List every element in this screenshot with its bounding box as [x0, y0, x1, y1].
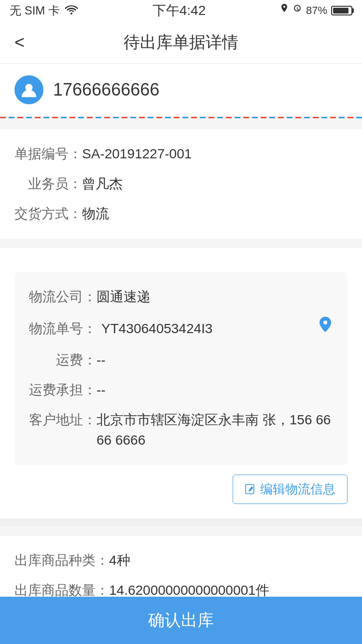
freight-value: -- — [97, 350, 333, 370]
basic-info-section: 单据编号： SA-20191227-001 业务员： 曾凡杰 交货方式： 物流 — [0, 129, 362, 238]
order-no-label: 单据编号： — [14, 144, 82, 164]
freight-bearer-row: 运费承担： -- — [29, 380, 333, 400]
freight-label: 运费： — [29, 350, 97, 370]
goods-type-label: 出库商品种类： — [14, 550, 109, 571]
goods-type-row: 出库商品种类： 4种 — [14, 550, 348, 571]
wifi-icon — [65, 4, 78, 17]
time-text: 下午4:42 — [153, 1, 206, 20]
section-divider — [0, 518, 362, 526]
customer-header: 17666666666 — [0, 64, 362, 116]
logistics-company-row: 物流公司： 圆通速递 — [29, 287, 333, 307]
page-title: 待出库单据详情 — [124, 31, 238, 54]
edit-logistics-button-container: 编辑物流信息 — [14, 475, 348, 504]
tracking-no-label: 物流单号： — [29, 319, 97, 339]
confirm-button[interactable]: 确认出库 — [0, 597, 362, 644]
salesperson-row: 业务员： 曾凡杰 — [14, 174, 348, 194]
user-avatar-icon — [20, 81, 38, 99]
salesperson-label: 业务员： — [14, 174, 82, 194]
order-no-row: 单据编号： SA-20191227-001 — [14, 144, 348, 164]
status-right: 87% — [280, 4, 352, 17]
status-bar: 无 SIM 卡 下午4:42 87% — [0, 0, 362, 21]
edit-icon — [245, 484, 256, 495]
salesperson-value: 曾凡杰 — [82, 174, 348, 194]
avatar — [14, 75, 43, 104]
back-button[interactable]: < — [10, 28, 29, 57]
address-row: 客户地址： 北京市市辖区海淀区永丰南 张，156 6666 6666 — [29, 410, 333, 450]
nav-bar: < 待出库单据详情 — [0, 21, 362, 64]
freight-row: 运费： -- — [29, 350, 333, 370]
delivery-label: 交货方式： — [14, 204, 82, 224]
location-status-icon — [280, 4, 289, 17]
delivery-row: 交货方式： 物流 — [14, 204, 348, 224]
battery-icon — [331, 6, 352, 15]
freight-bearer-label: 运费承担： — [29, 380, 97, 400]
tracking-no-value: YT43064053424I3 — [101, 319, 313, 339]
carrier-text: 无 SIM 卡 — [10, 3, 60, 18]
order-no-value: SA-20191227-001 — [82, 144, 348, 164]
logistics-company-label: 物流公司： — [29, 287, 97, 307]
freight-bearer-value: -- — [97, 380, 333, 400]
tracking-no-row: 物流单号： YT43064053424I3 — [29, 317, 333, 340]
delivery-value: 物流 — [82, 204, 348, 224]
customer-phone: 17666666666 — [53, 80, 159, 100]
dashed-divider — [0, 116, 362, 120]
goods-type-value: 4种 — [109, 550, 348, 571]
logistics-card: 物流公司： 圆通速递 物流单号： YT43064053424I3 运费： -- … — [14, 272, 348, 465]
address-label: 客户地址： — [29, 410, 97, 430]
edit-logistics-button[interactable]: 编辑物流信息 — [233, 475, 348, 504]
alarm-icon — [292, 4, 302, 17]
tracking-location-icon[interactable] — [318, 317, 333, 340]
logistics-section: 物流公司： 圆通速递 物流单号： YT43064053424I3 运费： -- … — [0, 248, 362, 518]
logistics-company-value: 圆通速递 — [97, 287, 333, 307]
address-value: 北京市市辖区海淀区永丰南 张，156 6666 6666 — [97, 410, 333, 450]
battery-text: 87% — [306, 4, 327, 17]
status-left: 无 SIM 卡 — [10, 3, 78, 18]
